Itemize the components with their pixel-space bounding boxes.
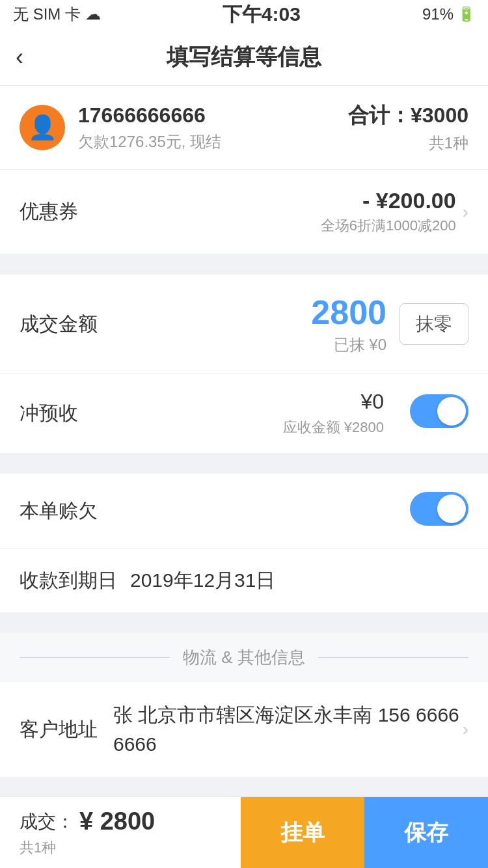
prepaid-right-group: ¥0 应收金额 ¥2800 [283,390,468,437]
nav-bar: ‹ 填写结算等信息 [0,29,488,86]
due-date-label: 收款到期日 [20,567,117,594]
footer-deal: 成交： ¥ 2800 [20,807,221,835]
footer-info: 成交： ¥ 2800 共1种 [0,797,241,868]
logistics-line-right [318,657,468,658]
customer-row: 👤 17666666666 欠款1276.35元, 现结 合计：¥3000 共1… [0,86,488,169]
due-date-value: 2019年12月31日 [130,567,275,594]
logistics-title: 物流 & 其他信息 [183,646,305,669]
deal-sub: 已抹 ¥0 [311,334,386,355]
prepaid-toggle-knob [437,397,466,426]
status-left: 无 SIM 卡 ☁ [13,4,101,25]
logistics-line-left [20,657,170,658]
status-time: 下午4:03 [223,1,301,28]
save-button[interactable]: 保存 [364,797,488,868]
debt-label: 本单赊欠 [20,498,98,524]
prepaid-toggle[interactable] [410,394,468,428]
separator-3 [0,623,488,633]
address-content: 张 北京市市辖区海淀区永丰南 156 6666 6666 [113,700,463,759]
footer-count: 共1种 [20,838,221,858]
customer-sub: 欠款1276.35元, 现结 [78,131,221,152]
address-row[interactable]: 客户地址 张 北京市市辖区海淀区永丰南 156 6666 6666 › [0,682,488,777]
separator-2 [0,463,488,474]
debt-toggle[interactable] [410,492,468,526]
coupon-label: 优惠券 [20,198,78,225]
deal-amount-label: 成交金额 [20,311,98,338]
customer-card: 👤 17666666666 欠款1276.35元, 现结 合计：¥3000 共1… [0,86,488,254]
footer: 成交： ¥ 2800 共1种 挂单 保存 [0,796,488,868]
signal-text: 无 SIM 卡 ☁ [13,4,101,25]
separator-1 [0,264,488,275]
customer-phone: 17666666666 [78,103,221,128]
debt-toggle-container[interactable] [410,492,468,530]
footer-deal-amount: ¥ 2800 [79,807,155,835]
address-card: 客户地址 张 北京市市辖区海淀区永丰南 156 6666 6666 › [0,682,488,777]
debt-toggle-knob [437,495,466,523]
coupon-right: - ¥200.00 全场6折满1000减200 › [321,188,468,236]
hang-button[interactable]: 挂单 [241,797,364,868]
coupon-value: - ¥200.00 全场6折满1000减200 [321,188,456,236]
due-date-row: 收款到期日 2019年12月31日 [0,549,488,612]
prepaid-amount: ¥0 [360,390,384,414]
avatar-icon: 👤 [28,114,57,141]
debt-card: 本单赊欠 收款到期日 2019年12月31日 [0,474,488,612]
deal-amount-value: 2800 [311,293,386,332]
prepaid-label: 冲预收 [20,400,78,427]
address-chevron-icon: › [463,719,468,740]
battery-icon: 🔋 [457,6,475,23]
deal-amount-group: 2800 已抹 ¥0 [311,293,386,355]
customer-left: 👤 17666666666 欠款1276.35元, 现结 [20,103,221,152]
back-button[interactable]: ‹ [16,44,23,71]
prepaid-values: ¥0 应收金额 ¥2800 [283,390,384,437]
round-button[interactable]: 抹零 [400,303,468,345]
coupon-chevron-icon: › [463,202,468,223]
address-label: 客户地址 [20,716,98,743]
prepaid-sub: 应收金额 ¥2800 [283,418,384,437]
customer-info: 17666666666 欠款1276.35元, 现结 [78,103,221,152]
total-amount: 合计：¥3000 [348,102,468,130]
footer-deal-label: 成交： [20,809,74,834]
status-right: 91% 🔋 [422,5,475,23]
battery-text: 91% [422,5,454,23]
logistics-header: 物流 & 其他信息 [0,633,488,682]
coupon-desc: 全场6折满1000减200 [321,216,456,236]
customer-right: 合计：¥3000 共1种 [348,102,468,154]
total-count: 共1种 [348,133,468,154]
debt-row: 本单赊欠 [0,474,488,549]
status-bar: 无 SIM 卡 ☁ 下午4:03 91% 🔋 [0,0,488,29]
deal-card: 成交金额 2800 已抹 ¥0 抹零 冲预收 ¥0 应收金额 ¥2800 [0,275,488,453]
deal-amount-row: 成交金额 2800 已抹 ¥0 抹零 [0,275,488,373]
coupon-discount: - ¥200.00 [321,188,456,213]
page-title: 填写结算等信息 [167,42,321,72]
deal-amount-right: 2800 已抹 ¥0 抹零 [311,293,468,355]
coupon-row[interactable]: 优惠券 - ¥200.00 全场6折满1000减200 › [0,169,488,254]
avatar: 👤 [20,105,65,150]
prepaid-row: 冲预收 ¥0 应收金额 ¥2800 [0,373,488,453]
prepaid-toggle-container[interactable] [410,394,468,433]
